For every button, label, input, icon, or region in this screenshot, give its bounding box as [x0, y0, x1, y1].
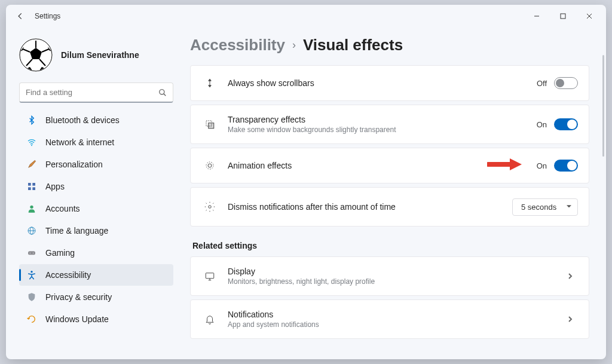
setting-title: Dismiss notifications after this amount …: [228, 202, 512, 212]
svg-point-19: [30, 271, 32, 273]
nav-label: Apps: [45, 182, 65, 191]
soccer-ball-icon: [19, 38, 53, 72]
setting-dismiss-notifications: Dismiss notifications after this amount …: [190, 187, 589, 227]
nav-label: Network & internet: [45, 137, 114, 147]
chevron-right-icon: ›: [292, 39, 296, 51]
related-title: Display: [228, 267, 567, 276]
nav-label: Privacy & security: [45, 292, 112, 302]
breadcrumb-parent[interactable]: Accessibility: [190, 36, 285, 54]
sidebar-item-bluetooth[interactable]: Bluetooth & devices: [19, 109, 173, 131]
dismiss-time-dropdown[interactable]: 5 seconds: [512, 198, 578, 216]
setting-title: Always show scrollbars: [228, 78, 537, 88]
nav-label: Bluetooth & devices: [45, 115, 120, 125]
related-subtitle: App and system notifications: [228, 320, 567, 329]
transparency-icon: [201, 119, 218, 130]
arrow-left-icon: [16, 12, 25, 20]
related-notifications[interactable]: Notifications App and system notificatio…: [190, 299, 589, 339]
nav-list: Bluetooth & devices Network & internet P…: [19, 109, 173, 359]
setting-scrollbars: Always show scrollbars Off: [190, 65, 589, 101]
scrollbar-thumb[interactable]: [602, 55, 604, 157]
sidebar-item-time[interactable]: Time & language: [19, 220, 173, 241]
search-input[interactable]: [19, 82, 173, 103]
nav-label: Accounts: [45, 204, 80, 213]
toggle-state-label: On: [537, 120, 547, 129]
svg-rect-11: [28, 187, 31, 190]
transparency-toggle[interactable]: [554, 118, 578, 130]
svg-point-8: [31, 145, 32, 146]
related-subtitle: Monitors, brightness, night light, displ…: [228, 277, 567, 286]
profile-name: Dilum Senevirathne: [61, 50, 139, 60]
wifi-icon: [26, 137, 37, 148]
settings-window: Settings: [6, 5, 606, 359]
svg-point-25: [209, 206, 212, 209]
sidebar-item-network[interactable]: Network & internet: [19, 131, 173, 153]
avatar: [19, 38, 53, 72]
sidebar-item-accessibility[interactable]: Accessibility: [19, 264, 173, 286]
sidebar-item-update[interactable]: Windows Update: [19, 308, 173, 330]
profile-block[interactable]: Dilum Senevirathne: [19, 33, 173, 82]
svg-rect-21: [209, 123, 214, 129]
sidebar-item-privacy[interactable]: Privacy & security: [19, 286, 173, 308]
svg-point-24: [206, 162, 213, 169]
svg-rect-9: [28, 183, 31, 186]
window-title: Settings: [35, 12, 60, 20]
setting-title: Transparency effects: [228, 115, 537, 124]
nav-label: Windows Update: [45, 314, 109, 324]
setting-subtitle: Make some window backgrounds slightly tr…: [228, 126, 537, 134]
svg-rect-26: [206, 273, 214, 279]
scrollbar-icon: [201, 78, 218, 88]
main-content: Accessibility › Visual effects Always sh…: [179, 27, 606, 359]
display-icon: [201, 271, 218, 282]
svg-rect-10: [32, 183, 35, 186]
nav-label: Time & language: [45, 226, 108, 235]
scrollbars-toggle[interactable]: [554, 77, 578, 89]
chevron-right-icon: [567, 271, 578, 282]
animation-icon: [201, 160, 218, 171]
sidebar-item-apps[interactable]: Apps: [19, 176, 173, 197]
dropdown-value: 5 seconds: [521, 203, 556, 212]
globe-icon: [26, 225, 37, 236]
search-button[interactable]: [155, 85, 170, 100]
sidebar-item-personalization[interactable]: Personalization: [19, 154, 173, 175]
apps-icon: [26, 181, 37, 192]
sidebar-item-gaming[interactable]: Gaming: [19, 242, 173, 264]
toggle-state-label: On: [537, 161, 547, 170]
breadcrumb-current: Visual effects: [303, 36, 403, 54]
timer-icon: [201, 201, 218, 212]
animation-toggle[interactable]: [554, 160, 578, 172]
svg-point-7: [160, 90, 164, 94]
window-body: Dilum Senevirathne Bluetooth & devices N…: [6, 27, 606, 359]
sidebar-item-accounts[interactable]: Accounts: [19, 198, 173, 219]
brush-icon: [26, 159, 37, 170]
svg-point-13: [30, 206, 33, 209]
nav-label: Personalization: [45, 160, 103, 169]
back-button[interactable]: [12, 8, 29, 25]
svg-point-23: [208, 164, 212, 167]
svg-point-17: [30, 253, 30, 253]
svg-rect-0: [561, 14, 565, 19]
chevron-right-icon: [567, 314, 578, 325]
setting-transparency: Transparency effects Make some window ba…: [190, 105, 589, 144]
titlebar: Settings: [6, 5, 606, 27]
minimize-button[interactable]: [524, 7, 550, 25]
person-icon: [26, 203, 37, 214]
search-icon: [158, 88, 167, 97]
bell-icon: [201, 314, 218, 325]
setting-title: Animation effects: [228, 161, 537, 170]
nav-label: Accessibility: [45, 270, 91, 280]
gamepad-icon: [26, 247, 37, 258]
svg-point-18: [33, 253, 33, 253]
update-icon: [26, 314, 37, 325]
close-button[interactable]: [576, 7, 602, 25]
setting-animation: Animation effects On: [190, 148, 589, 183]
breadcrumb: Accessibility › Visual effects: [190, 36, 589, 54]
shield-icon: [26, 292, 37, 302]
nav-label: Gaming: [45, 248, 75, 258]
related-display[interactable]: Display Monitors, brightness, night ligh…: [190, 256, 589, 296]
svg-rect-16: [28, 251, 35, 255]
svg-rect-12: [32, 187, 35, 190]
related-settings-header: Related settings: [192, 241, 589, 250]
toggle-state-label: Off: [537, 79, 547, 88]
related-title: Notifications: [228, 310, 567, 319]
maximize-button[interactable]: [550, 7, 576, 25]
